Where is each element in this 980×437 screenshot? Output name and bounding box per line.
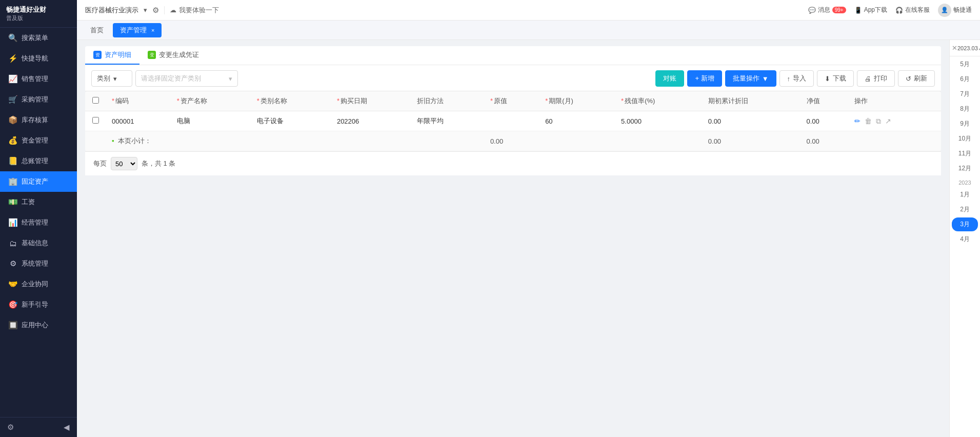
tab-change-voucher[interactable]: 变 变更生成凭证	[139, 46, 207, 65]
sidebar-item-business[interactable]: 📊经营管理	[0, 212, 77, 233]
download-button[interactable]: ⬇ 下载	[817, 70, 854, 87]
purchase-icon: 🛒	[8, 95, 17, 104]
top-header: 医疗器械行业演示 ▾ ⚙ ☁ 我要体验一下 💬 消息 99+ 📱 App下载 🎧…	[77, 0, 980, 21]
row-residual-rate-0: 5.0000	[615, 111, 702, 131]
import-button[interactable]: ↑ 导入	[779, 70, 814, 87]
inner-tabs: 资 资产明细 变 变更生成凭证	[85, 46, 941, 65]
reconcile-button[interactable]: 对账	[655, 70, 684, 87]
sidebar-item-label-search: 搜索菜单	[22, 33, 48, 43]
category-filter-input[interactable]: 请选择固定资产类别 ▾	[135, 70, 238, 87]
online-service-label: 在线客服	[905, 6, 930, 14]
copy-icon-0[interactable]: ⧉	[876, 117, 881, 126]
online-service-button[interactable]: 🎧 在线客服	[895, 6, 930, 14]
fixed-assets-icon: 🏢	[8, 177, 17, 186]
per-page-select[interactable]: 102050100	[111, 157, 137, 170]
tab-label-home: 首页	[90, 26, 104, 35]
timeline-month-12月[interactable]: 12月	[952, 162, 978, 175]
subtotal-empty-1	[85, 131, 106, 151]
import-icon: ↑	[787, 75, 791, 83]
timeline-date-label: 2023.03	[957, 45, 978, 51]
category-filter-label: 类别	[97, 74, 110, 83]
col-code: *编码	[106, 91, 171, 111]
subtotal-row: ▪ 本页小计： 0.00 0.00 0.00	[85, 131, 941, 151]
sidebar-item-salary[interactable]: 💵工资	[0, 192, 77, 212]
sidebar-item-inventory[interactable]: 📦库存核算	[0, 110, 77, 130]
collapse-icon[interactable]: ◀	[64, 423, 70, 432]
row-initial-accum-depr-0: 0.00	[702, 111, 801, 131]
batch-ops-button[interactable]: 批量操作 ▼	[725, 70, 776, 87]
sidebar-item-search[interactable]: 🔍搜索菜单	[0, 28, 77, 48]
sidebar-item-finance[interactable]: 💰资金管理	[0, 130, 77, 151]
sidebar-item-quick-nav[interactable]: ⚡快捷导航	[0, 48, 77, 69]
refresh-button[interactable]: ↺ 刷新	[898, 70, 935, 87]
timeline-close-icon[interactable]: ✕	[952, 44, 957, 52]
main-content: 资 资产明细 变 变更生成凭证 类别 ▾ 请选择固定资产类别	[77, 40, 949, 437]
tab-asset-detail[interactable]: 资 资产明细	[85, 46, 139, 65]
messages-badge: 99+	[832, 7, 846, 13]
change-voucher-tab-label: 变更生成凭证	[159, 50, 199, 59]
sidebar-item-label-enterprise: 企业协同	[22, 280, 48, 289]
col-purchase-date: *购买日期	[331, 91, 411, 111]
subtotal-action	[848, 131, 941, 151]
timeline-month-2月[interactable]: 2月	[952, 203, 978, 216]
sidebar-logo: 畅捷通好业财 普及版	[0, 0, 77, 28]
tab-close-asset-mgmt[interactable]: ×	[151, 27, 154, 33]
sidebar-item-ledger[interactable]: 📒总账管理	[0, 151, 77, 171]
delete-icon-0[interactable]: 🗑	[865, 117, 872, 126]
sidebar-item-system[interactable]: ⚙系统管理	[0, 253, 77, 274]
timeline-month-1月[interactable]: 1月	[952, 188, 978, 202]
subtotal-original-value: 0.00	[484, 131, 539, 151]
row-check-0[interactable]	[92, 117, 99, 124]
toolbar-left: 类别 ▾ 请选择固定资产类别 ▾	[91, 70, 238, 87]
sidebar-item-label-purchase: 采购管理	[22, 95, 48, 104]
sidebar-item-app-center[interactable]: 🔲应用中心	[0, 315, 77, 335]
col-initial-accum-depr: 期初累计折旧	[702, 91, 801, 111]
timeline-expand-icon[interactable]: ⤢	[978, 44, 980, 52]
header-settings-button[interactable]: ⚙	[152, 6, 159, 15]
messages-button[interactable]: 💬 消息 99+	[808, 6, 846, 14]
timeline-month-10月[interactable]: 10月	[952, 132, 978, 146]
company-dropdown-icon[interactable]: ▾	[144, 6, 147, 14]
sidebar-item-enterprise[interactable]: 🤝企业协同	[0, 274, 77, 294]
import-label: 导入	[793, 74, 806, 83]
sidebar-item-fixed-assets[interactable]: 🏢固定资产	[0, 171, 77, 192]
download-icon2: ⬇	[825, 75, 830, 83]
print-button[interactable]: 🖨 打印	[857, 70, 895, 87]
settings-icon[interactable]: ⚙	[7, 423, 14, 432]
timeline-month-3月[interactable]: 3月	[952, 217, 978, 231]
sidebar-scroll: 🔍搜索菜单⚡快捷导航📈销售管理🛒采购管理📦库存核算💰资金管理📒总账管理🏢固定资产…	[0, 28, 77, 417]
timeline-month-5月[interactable]: 5月	[952, 57, 978, 71]
system-icon: ⚙	[8, 259, 17, 268]
timeline-month-8月[interactable]: 8月	[952, 102, 978, 116]
main-tab-asset-mgmt[interactable]: 资产管理×	[113, 23, 162, 37]
col-residual-rate: *残值率(%)	[615, 91, 702, 111]
sidebar-item-label-finance: 资金管理	[22, 136, 48, 145]
finance-icon: 💰	[8, 136, 17, 145]
sidebar-item-purchase[interactable]: 🛒采购管理	[0, 89, 77, 110]
row-category-0: 电子设备	[251, 111, 331, 131]
tab-label-asset-mgmt: 资产管理	[120, 26, 147, 35]
app-download-button[interactable]: 📱 App下载	[854, 6, 887, 14]
edit-icon-0[interactable]: ✏	[854, 117, 861, 126]
timeline-month-7月[interactable]: 7月	[952, 87, 978, 101]
timeline-month-4月[interactable]: 4月	[952, 232, 978, 246]
sidebar-item-label-business: 经营管理	[22, 218, 48, 227]
sidebar-item-label-system: 系统管理	[22, 259, 48, 268]
select-all-checkbox[interactable]	[92, 97, 99, 104]
main-tab-home[interactable]: 首页	[83, 23, 111, 37]
more-icon-0[interactable]: ↗	[885, 117, 891, 126]
timeline-month-6月[interactable]: 6月	[952, 72, 978, 86]
download-icon: 📱	[854, 7, 862, 14]
sidebar-item-sales[interactable]: 📈销售管理	[0, 69, 77, 89]
timeline-month-9月[interactable]: 9月	[952, 117, 978, 131]
experience-button[interactable]: ☁ 我要体验一下	[170, 6, 219, 15]
business-icon: 📊	[8, 218, 17, 227]
sidebar-item-basic-info[interactable]: 🗂基础信息	[0, 233, 77, 253]
user-menu[interactable]: 👤 畅捷通	[938, 4, 972, 17]
download-label: 下载	[833, 74, 846, 83]
category-filter-select[interactable]: 类别 ▾	[91, 70, 132, 87]
new-button[interactable]: + 新增	[687, 70, 722, 87]
sidebar-footer: ⚙ ◀	[0, 417, 77, 437]
sidebar-item-guide[interactable]: 🎯新手引导	[0, 294, 77, 315]
timeline-month-11月[interactable]: 11月	[952, 147, 978, 161]
